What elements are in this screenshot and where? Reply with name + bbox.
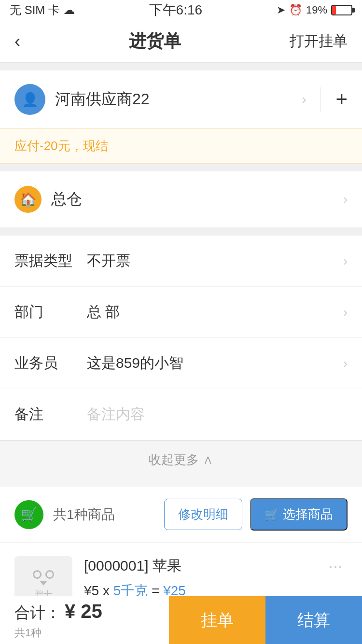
total-row: 合计： ¥ 25 — [14, 601, 154, 624]
warehouse-icon: 🏠 — [14, 186, 42, 213]
products-header: 🛒 共1种商品 修改明细 🛒 选择商品 — [0, 487, 362, 543]
invoice-type-key: 票据类型 — [14, 251, 72, 271]
total-label: 合计： — [14, 602, 61, 624]
battery-text: 19% — [306, 4, 327, 16]
salesperson-chevron-icon: › — [343, 356, 348, 371]
products-icon: 🛒 — [14, 500, 43, 529]
remark-key: 备注 — [14, 405, 72, 424]
page-title: 进货单 — [129, 29, 181, 53]
vertical-divider — [320, 87, 321, 112]
product-title: 苹果 — [153, 558, 181, 574]
back-button[interactable]: ‹ — [14, 31, 20, 52]
salesperson-key: 业务员 — [14, 353, 72, 373]
location-icon: ➤ — [277, 4, 285, 16]
alarm-icon: ⏰ — [289, 4, 302, 16]
remark-placeholder: 备注内容 — [72, 405, 348, 424]
warehouse-chevron-icon: › — [343, 192, 348, 207]
divider-1 — [0, 164, 362, 171]
open-hang-button[interactable]: 打开挂单 — [290, 31, 348, 51]
warehouse-label: 总仓 — [51, 189, 343, 210]
top-divider — [0, 63, 362, 70]
owl-eye-right — [45, 570, 54, 579]
owl-eye-left — [33, 570, 42, 579]
supplier-chevron-icon: › — [302, 92, 306, 107]
form-section: 票据类型 不开票 › 部门 总 部 › 业务员 这是859的小智 › 备注 备注… — [0, 236, 362, 440]
collapse-bar[interactable]: 收起更多 ∧ — [0, 440, 362, 479]
department-value: 总 部 — [72, 302, 343, 322]
total-section: 合计： ¥ 25 共1种 — [0, 601, 169, 640]
select-product-label: 选择商品 — [283, 506, 333, 523]
bottom-bar: 合计： ¥ 25 共1种 挂单 结算 — [0, 596, 362, 644]
status-bar: 无 SIM 卡 ☁ 下午6:16 ➤ ⏰ 19% — [0, 0, 362, 20]
divider-2 — [0, 228, 362, 236]
owl-beak-icon — [40, 581, 47, 586]
total-sub: 共1种 — [14, 626, 154, 640]
salesperson-value: 这是859的小智 — [72, 353, 343, 373]
supplier-row[interactable]: 👤 河南供应商22 › + — [0, 70, 362, 128]
remark-row[interactable]: 备注 备注内容 — [0, 389, 362, 440]
add-button[interactable]: + — [335, 88, 348, 111]
department-key: 部门 — [14, 302, 72, 322]
nav-bar: ‹ 进货单 打开挂单 — [0, 20, 362, 63]
supplier-avatar: 👤 — [14, 84, 45, 115]
checkout-button[interactable]: 结算 — [265, 596, 362, 644]
supplier-actions: › + — [302, 87, 348, 112]
avatar-icon: 👤 — [22, 92, 39, 108]
basket-icon: 🛒 — [21, 506, 38, 522]
supplier-section: 👤 河南供应商22 › + 应付-20元，现结 — [0, 70, 362, 164]
product-code: [0000001] — [84, 558, 153, 574]
status-right: ➤ ⏰ 19% — [277, 4, 352, 16]
department-chevron-icon: › — [343, 305, 348, 320]
department-row[interactable]: 部门 总 部 › — [0, 287, 362, 338]
select-icon: 🛒 — [265, 508, 279, 521]
battery-icon — [331, 5, 352, 15]
select-product-button[interactable]: 🛒 选择商品 — [250, 498, 348, 531]
product-info: [0000001] 苹果 ¥5 x 5千克 = ¥25 — [84, 556, 323, 600]
invoice-type-row[interactable]: 票据类型 不开票 › — [0, 236, 362, 287]
sim-signal-text: 无 SIM 卡 ☁ — [10, 2, 75, 18]
total-amount: ¥ 25 — [65, 601, 102, 622]
supplier-name: 河南供应商22 — [55, 89, 302, 110]
status-left: 无 SIM 卡 ☁ — [10, 2, 75, 18]
invoice-type-chevron-icon: › — [343, 253, 348, 269]
edit-detail-button[interactable]: 修改明细 — [164, 499, 242, 530]
hang-order-button[interactable]: 挂单 — [169, 596, 265, 644]
notice-bar: 应付-20元，现结 — [0, 128, 362, 164]
products-count: 共1种商品 — [53, 505, 164, 524]
status-time: 下午6:16 — [149, 1, 203, 19]
product-name: [0000001] 苹果 — [84, 556, 323, 576]
product-more-button[interactable]: ··· — [323, 556, 348, 576]
warehouse-row[interactable]: 🏠 总仓 › — [0, 171, 362, 228]
salesperson-row[interactable]: 业务员 这是859的小智 › — [0, 338, 362, 389]
invoice-type-value: 不开票 — [72, 251, 343, 271]
